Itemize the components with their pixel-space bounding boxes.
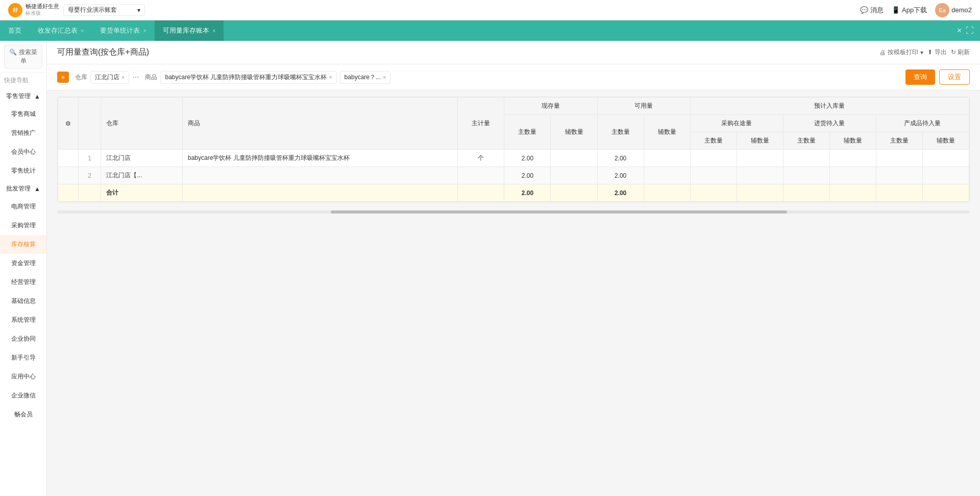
product-filter-group: 商品 babycare学饮杯 儿童防摔防撞吸管杯重力球吸嘴杯宝宝水杯 × bab… [145, 71, 390, 84]
sidebar-item-retail-mall[interactable]: 零售商城 [0, 105, 46, 124]
cell-unit-1: 个 [458, 150, 504, 167]
sidebar-item-retail-stats[interactable]: 零售统计 [0, 161, 46, 180]
product-filter-label: 商品 [145, 73, 157, 82]
table-row: 2 江北门店【... 2.00 2.00 [58, 167, 969, 184]
sidebar-item-operations-mgmt[interactable]: 经营管理 [0, 273, 46, 292]
th-current-main: 主数量 [504, 115, 551, 150]
tab-close-all-btn[interactable]: × [957, 26, 962, 35]
warehouse-tag-close[interactable]: × [121, 74, 125, 80]
tab-receive-summary[interactable]: 收发存汇总表 × [30, 20, 92, 41]
footer-prod-aux [922, 184, 969, 202]
footer-product [182, 184, 457, 202]
tab-home[interactable]: 首页 [0, 20, 30, 41]
th-settings[interactable]: ⚙ [58, 98, 79, 150]
footer-curr-aux [551, 184, 597, 202]
cell-product-1: babycare学饮杯 儿童防摔防撞吸管杯重力球吸嘴杯宝宝水杯 [182, 150, 457, 167]
th-current-stock: 现存量 [504, 98, 597, 115]
th-purch-main: 主数量 [783, 132, 829, 150]
product-filter-tag1[interactable]: babycare学饮杯 儿童防摔防撞吸管杯重力球吸嘴杯宝宝水杯 × [160, 71, 336, 84]
top-bar-left: 好 畅捷通好生意 标准版 母婴行业演示账套 ▾ [8, 3, 145, 17]
industry-selector[interactable]: 母婴行业演示账套 ▾ [63, 4, 145, 16]
footer-label: 合计 [101, 184, 183, 202]
cell-prod-main-2 [876, 167, 922, 184]
sidebar-item-finance-mgmt[interactable]: 资金管理 [0, 254, 46, 273]
tab-close-receive-summary[interactable]: × [81, 28, 84, 34]
filter-expand-btn[interactable]: » [57, 72, 69, 83]
sidebar-item-vip-member[interactable]: 畅会员 [0, 405, 46, 424]
cell-avail-main-1: 2.00 [597, 150, 644, 167]
sidebar-item-marketing[interactable]: 营销推广 [0, 124, 46, 143]
tab-expand-btn[interactable]: ⛶ [966, 26, 974, 35]
th-proc-aux: 辅数量 [737, 132, 783, 150]
main-content: 可用量查询(按仓库+商品) 🖨 按模板打印 ▾ ⬆ 导出 ↻ 刷新 » [47, 41, 980, 496]
cell-curr-aux-2 [551, 167, 597, 184]
chevron-down-icon-2: ▾ [920, 49, 923, 56]
filter-actions: 查询 设置 [905, 69, 970, 85]
cell-proc-main-1 [690, 150, 737, 167]
sidebar-item-app-center[interactable]: 应用中心 [0, 367, 46, 386]
sidebar-search-btn[interactable]: 🔍 搜索菜单 [4, 45, 42, 68]
table-footer-row: 合计 2.00 2.00 [58, 184, 969, 202]
app-download-btn[interactable]: 📱 App下载 [892, 6, 927, 15]
template-print-btn[interactable]: 🖨 按模板打印 ▾ [879, 48, 923, 57]
th-row-num [79, 98, 101, 150]
product-filter-tag2[interactable]: babycare？... × [340, 71, 391, 84]
th-prod-aux: 辅数量 [922, 132, 969, 150]
warehouse-filter-tag[interactable]: 江北门店 × [90, 71, 129, 84]
sidebar-item-wholesale-mgmt[interactable]: 批发管理 ▲ [0, 180, 46, 197]
avatar: Ea [935, 3, 949, 17]
query-btn[interactable]: 查询 [905, 69, 935, 85]
sidebar-item-member-center[interactable]: 会员中心 [0, 143, 46, 161]
th-current-aux: 辅数量 [551, 115, 597, 150]
export-btn[interactable]: ⬆ 导出 [927, 48, 946, 57]
tab-close-available-stock[interactable]: × [212, 28, 215, 34]
cell-curr-main-2: 2.00 [504, 167, 551, 184]
footer-proc-main [690, 184, 737, 202]
cell-prod-main-1 [876, 150, 922, 167]
sidebar-item-inventory-check[interactable]: 库存核算 [0, 235, 46, 254]
search-icon: 🔍 [9, 49, 17, 56]
sidebar-item-retail-mgmt[interactable]: 零售管理 ▲ [0, 88, 46, 105]
th-purch-aux: 辅数量 [829, 132, 876, 150]
footer-curr-main: 2.00 [504, 184, 551, 202]
sidebar-item-new-guide[interactable]: 新手引导 [0, 348, 46, 367]
th-available-main: 主数量 [597, 115, 644, 150]
sidebar-item-basic-info[interactable]: 基础信息 [0, 292, 46, 311]
cell-product-2 [182, 167, 457, 184]
sidebar-item-enterprise-wechat[interactable]: 企业微信 [0, 386, 46, 405]
cell-proc-aux-2 [737, 167, 783, 184]
sidebar-item-system-mgmt[interactable]: 系统管理 [0, 311, 46, 329]
top-bar-right: 💬 消息 📱 App下载 Ea demo2 [860, 3, 972, 17]
th-purchase-pending: 进货待入量 [783, 115, 876, 132]
table-row: 1 江北门店 babycare学饮杯 儿童防摔防撞吸管杯重力球吸嘴杯宝宝水杯 个… [58, 150, 969, 167]
sidebar-item-ecommerce-mgmt[interactable]: 电商管理 [0, 197, 46, 216]
user-menu[interactable]: Ea demo2 [935, 3, 972, 17]
page-header: 可用量查询(按仓库+商品) 🖨 按模板打印 ▾ ⬆ 导出 ↻ 刷新 [47, 41, 980, 64]
cell-prod-aux-1 [922, 150, 969, 167]
message-icon: 💬 [860, 6, 868, 14]
footer-proc-aux [737, 184, 783, 202]
message-btn[interactable]: 💬 消息 [860, 6, 884, 15]
cell-avail-aux-2 [644, 167, 690, 184]
page-title: 可用量查询(按仓库+商品) [57, 47, 149, 58]
th-warehouse: 仓库 [101, 98, 183, 150]
tab-order-stats[interactable]: 要货单统计表 × [92, 20, 154, 41]
warehouse-filter-more[interactable]: ··· [132, 73, 139, 82]
cell-warehouse-2: 江北门店【... [101, 167, 183, 184]
horizontal-scrollbar[interactable] [47, 208, 980, 216]
cell-rownum-2: 2 [79, 167, 101, 184]
warehouse-filter-label: 仓库 [75, 73, 87, 82]
tab-close-order-stats[interactable]: × [143, 28, 146, 34]
scrollbar-thumb[interactable] [331, 210, 787, 214]
product-tag2-close[interactable]: × [383, 74, 386, 80]
cell-purch-aux-2 [829, 167, 876, 184]
sidebar-item-purchase-mgmt[interactable]: 采购管理 [0, 216, 46, 235]
th-prod-main: 主数量 [876, 132, 922, 150]
cell-prod-aux-2 [922, 167, 969, 184]
sidebar-item-enterprise-collab[interactable]: 企业协同 [0, 329, 46, 348]
product-tag1-close[interactable]: × [329, 74, 332, 80]
tab-available-stock[interactable]: 可用量库存账本 × [155, 20, 224, 41]
refresh-btn[interactable]: ↻ 刷新 [951, 48, 970, 57]
cell-warehouse-1: 江北门店 [101, 150, 183, 167]
settings-btn[interactable]: 设置 [939, 69, 970, 85]
